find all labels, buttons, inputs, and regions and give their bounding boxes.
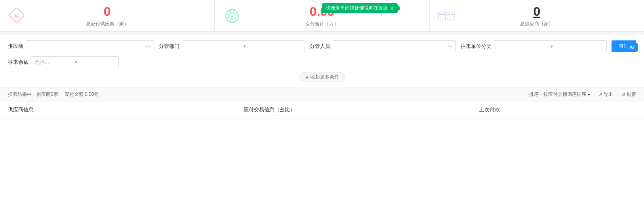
piggy-icon: 米	[223, 6, 242, 25]
result-actions: 排序：按应付会额倒序排序 ▾ ↗ 导出 ↺ 刷新	[529, 91, 636, 98]
unit-category-filter: 往来单位分类 ▾	[461, 40, 607, 52]
export-icon: ↗	[598, 92, 602, 97]
total-suppliers-label: 总供应商（家）	[520, 21, 553, 27]
svg-text:米: 米	[230, 14, 234, 19]
balance-chevron-icon: ▾	[75, 59, 115, 65]
sort-select[interactable]: 排序：按应付会额倒序排序 ▾	[529, 91, 590, 98]
sort-chevron-icon: ▾	[588, 92, 590, 97]
manager-input-wrap[interactable]: ···	[333, 40, 456, 52]
svg-rect-10	[451, 13, 453, 15]
balance-select[interactable]: 选择... ▾	[31, 56, 119, 68]
table-body	[0, 118, 644, 204]
department-chevron-icon: ▾	[244, 44, 302, 49]
collapse-label: 收起更多条件	[311, 74, 339, 80]
stat-payable-suppliers: 供 0 总应付供应商（家）	[0, 0, 215, 31]
payable-total-label: 应付合计（万）	[305, 21, 339, 27]
col-last-payment: 上次付款	[479, 106, 636, 113]
stat-total-suppliers: 0 总供应商（家）	[430, 0, 644, 31]
ai-sidebar: Ai	[626, 43, 638, 52]
department-select[interactable]: ▾	[182, 40, 305, 52]
svg-text:供: 供	[14, 13, 19, 18]
manager-label: 分管人员	[310, 43, 330, 50]
payable-suppliers-label: 总应付供应商（家）	[86, 21, 129, 27]
balance-filter: 往来余额 选择... ▾	[8, 56, 119, 68]
svg-rect-6	[447, 12, 454, 20]
tooltip-text: 快速录单的快捷键说明在这里	[326, 5, 388, 11]
svg-rect-5	[438, 12, 446, 20]
suppliers-count: 搜索结果中，供应商0家	[8, 91, 58, 98]
manager-dots[interactable]: ···	[447, 43, 452, 50]
svg-rect-8	[442, 13, 445, 15]
stat-payable-total: 米 快速录单的快捷键说明在这里 × 0.00 应付合计（万）	[215, 0, 429, 31]
manager-input[interactable]	[336, 44, 446, 50]
filter-row-2: 往来余额 选择... ▾	[8, 56, 636, 68]
table-header: 供应商信息 应付交易信息（占比） 上次付款	[0, 101, 644, 118]
supplier-filter: 供应商 ···	[8, 40, 154, 52]
divider-1	[594, 92, 594, 97]
col-supplier-info: 供应商信息	[8, 106, 244, 113]
stats-bar: 供 0 总应付供应商（家） 米 快速录单的快捷键说明在这里 × 0.00 应付合…	[0, 0, 644, 32]
filter-area: 供应商 ··· 分管部门 ▾ 分管人员 ··· 往来单位分类	[0, 35, 644, 88]
tooltip-close-button[interactable]: ×	[390, 6, 393, 11]
result-summary: 搜索结果中，供应商0家 应付金额 0.00元	[8, 91, 99, 98]
col-payable-info: 应付交易信息（占比）	[244, 106, 479, 113]
supplier-icon	[438, 9, 455, 21]
sort-label: 排序：按应付会额倒序排序	[529, 91, 586, 98]
supplier-input-wrap[interactable]: ···	[26, 40, 154, 52]
refresh-label: 刷新	[627, 91, 636, 98]
filter-row-1: 供应商 ··· 分管部门 ▾ 分管人员 ··· 往来单位分类	[8, 40, 636, 52]
collapse-button[interactable]: ∧ 收起更多条件	[299, 72, 345, 82]
department-filter: 分管部门 ▾	[159, 40, 305, 52]
filter-collapse: ∧ 收起更多条件	[8, 72, 636, 82]
shortcut-tooltip: 快速录单的快捷键说明在这里 ×	[322, 3, 397, 13]
payable-suppliers-number: 0	[104, 4, 111, 19]
refresh-icon: ↺	[621, 92, 625, 97]
export-button[interactable]: ↗ 导出	[598, 91, 613, 98]
balance-placeholder: 选择...	[34, 59, 75, 66]
supplier-label: 供应商	[8, 43, 23, 50]
balance-label: 往来余额	[8, 59, 29, 66]
department-label: 分管部门	[159, 43, 179, 50]
diamond-icon: 供	[8, 6, 25, 24]
total-suppliers-number: 0	[533, 4, 540, 19]
unit-category-chevron-icon: ▾	[551, 44, 604, 49]
amount-label: 应付金额 0.00元	[65, 91, 99, 98]
unit-category-select[interactable]: ▾	[494, 40, 607, 52]
result-bar: 搜索结果中，供应商0家 应付金额 0.00元 排序：按应付会额倒序排序 ▾ ↗ …	[0, 88, 644, 101]
supplier-dots[interactable]: ···	[145, 43, 151, 50]
export-label: 导出	[604, 91, 613, 98]
ai-button[interactable]: Ai	[626, 43, 638, 52]
svg-rect-7	[439, 13, 442, 15]
divider-2	[617, 92, 617, 97]
svg-rect-9	[448, 13, 450, 15]
unit-category-label: 往来单位分类	[461, 43, 492, 50]
refresh-button[interactable]: ↺ 刷新	[621, 91, 636, 98]
collapse-up-icon: ∧	[305, 74, 309, 80]
supplier-input[interactable]	[29, 44, 144, 50]
manager-filter: 分管人员 ···	[310, 40, 456, 52]
